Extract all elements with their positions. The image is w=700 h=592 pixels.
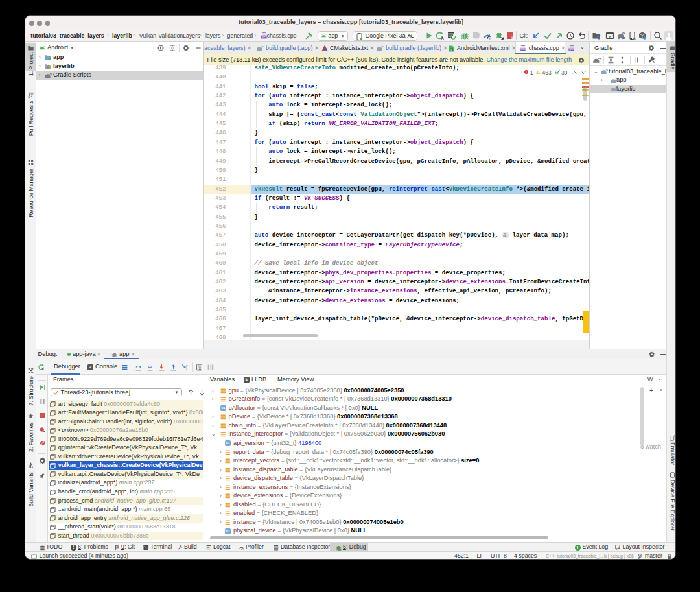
svg-text:n: n — [489, 36, 491, 40]
svg-text:A: A — [441, 36, 445, 40]
svg-text:C++: C++ — [569, 48, 574, 51]
svg-text:n: n — [242, 548, 244, 551]
svg-text:C++: C++ — [520, 48, 525, 51]
svg-text:C++: C++ — [261, 36, 266, 39]
svg-text:2: 2 — [512, 36, 514, 40]
svg-text:M: M — [450, 48, 452, 51]
